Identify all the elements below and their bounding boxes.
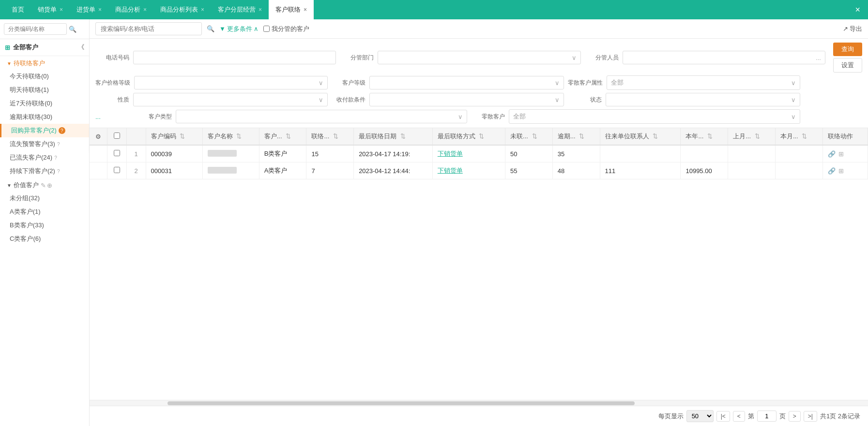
- thismonth-col-header[interactable]: 本月... ⇅: [775, 128, 822, 145]
- next-page-btn[interactable]: >: [789, 411, 801, 422]
- payment-select[interactable]: ∨: [369, 93, 564, 106]
- sidebar-item-tomorrow[interactable]: 明天待联络(1): [0, 83, 89, 97]
- more-fields-btn[interactable]: ...: [95, 113, 101, 120]
- row2-grid-icon[interactable]: ⊞: [838, 167, 844, 175]
- export-icon: ↗: [843, 25, 848, 32]
- row1-checkbox[interactable]: [107, 145, 126, 162]
- nav-customer-contact[interactable]: 客户联络 ×: [269, 0, 314, 19]
- my-customers-checkbox-label[interactable]: 我分管的客户: [263, 25, 309, 33]
- phone-input[interactable]: [133, 51, 336, 64]
- row1-grid-icon[interactable]: ⊞: [838, 150, 844, 158]
- manager-ellipsis: ...: [816, 54, 821, 61]
- close-purchase-tab[interactable]: ×: [98, 6, 102, 13]
- nature-select[interactable]: ∨: [133, 93, 328, 106]
- lastdate-col-header[interactable]: 最后联络日期 ⇅: [354, 128, 433, 145]
- row2-select-checkbox[interactable]: [114, 167, 120, 173]
- customer-grade-select[interactable]: ∨: [369, 76, 564, 89]
- customer-grade-chevron: ∨: [555, 79, 560, 87]
- dept-select[interactable]: ∨: [378, 51, 580, 64]
- lastmethod-col-header[interactable]: 最后联络方式 ⇅: [432, 128, 505, 145]
- close-sales-tab[interactable]: ×: [60, 6, 63, 13]
- nav-product-analysis[interactable]: 商品分析 ×: [108, 0, 153, 19]
- thisyear-col-header[interactable]: 本年... ⇅: [681, 128, 728, 145]
- row2-lastmethod-link[interactable]: 下销货单: [438, 167, 463, 174]
- nav-purchase[interactable]: 进货单 ×: [70, 0, 108, 19]
- row2-checkbox[interactable]: [107, 162, 126, 179]
- sidebar-item-overdue[interactable]: 逾期未联络(30): [0, 110, 89, 124]
- horizontal-scrollbar[interactable]: [90, 400, 868, 406]
- nav-customer-segment[interactable]: 客户分层经营 ×: [211, 0, 269, 19]
- close-product-analysis-tab[interactable]: ×: [143, 6, 147, 13]
- row1-code: 000039: [146, 145, 202, 162]
- sidebar-item-today[interactable]: 今天待联络(0): [0, 70, 89, 83]
- sidebar-item-repeat-abnormal[interactable]: 回购异常客户(2) ?: [0, 124, 89, 137]
- sidebar-item-class-c[interactable]: C类客户(6): [0, 232, 89, 246]
- row1-lastmethod-link[interactable]: 下销货单: [438, 150, 463, 157]
- value-group[interactable]: ▼ 价值客户 ✎ ⊕: [0, 178, 89, 191]
- pending-group[interactable]: ▼ 待联络客户: [0, 56, 89, 70]
- row1-select-checkbox[interactable]: [114, 150, 120, 156]
- page-input[interactable]: [757, 411, 777, 422]
- main-search-input[interactable]: [95, 22, 202, 35]
- value-group-add-icon[interactable]: ⊕: [47, 182, 52, 189]
- contacts-col-header[interactable]: 往来单位联系人 ⇅: [600, 128, 681, 145]
- nav-home[interactable]: 首页: [5, 0, 31, 19]
- close-product-analysis-list-tab[interactable]: ×: [201, 6, 204, 13]
- customer-type-select[interactable]: ∨: [176, 110, 467, 123]
- close-customer-contact-tab[interactable]: ×: [304, 6, 307, 13]
- row1-overdue: 35: [552, 145, 600, 162]
- sidebar-item-churn-warning[interactable]: 流失预警客户(3) ?: [0, 137, 89, 151]
- sidebar-search-input[interactable]: [4, 23, 67, 35]
- row1-link-icon[interactable]: 🔗: [828, 150, 836, 158]
- price-grade-select[interactable]: ∨: [134, 76, 328, 89]
- settings-col-header[interactable]: ⚙: [90, 128, 107, 145]
- sidebar-item-class-b[interactable]: B类客户(33): [0, 219, 89, 232]
- manager-input[interactable]: ...: [623, 51, 825, 64]
- code-col-header[interactable]: 客户编码 ⇅: [146, 128, 202, 145]
- sidebar-item-7days[interactable]: 近7天待联络(0): [0, 97, 89, 110]
- value-group-edit-icon[interactable]: ✎: [41, 182, 46, 189]
- export-btn[interactable]: ↗ 导出: [843, 25, 862, 33]
- uncontacted-col-header[interactable]: 未联... ⇅: [505, 128, 553, 145]
- more-conditions-btn[interactable]: ▼ 更多条件 ∧: [219, 25, 259, 33]
- sidebar-item-churned[interactable]: 已流失客户(24) ?: [0, 151, 89, 164]
- contact-col-header[interactable]: 联络... ⇅: [306, 128, 354, 145]
- pagination: 每页显示 50 20 100 |< < 第 页 > >| 共1页 2条记录: [90, 406, 868, 426]
- sidebar-item-declining[interactable]: 持续下滑客户(2) ?: [0, 164, 89, 178]
- close-all-tabs[interactable]: ×: [855, 5, 860, 15]
- checkbox-col-header[interactable]: [107, 128, 126, 145]
- close-customer-segment-tab[interactable]: ×: [259, 6, 262, 13]
- status-select[interactable]: ∨: [606, 93, 800, 106]
- collapse-icon[interactable]: 《: [78, 43, 84, 52]
- retail-customer-select[interactable]: 全部 ∨: [509, 109, 800, 124]
- sidebar-item-class-a[interactable]: A类客户(1): [0, 205, 89, 219]
- lastmonth-col-header[interactable]: 上月... ⇅: [728, 128, 776, 145]
- sidebar-search-icon[interactable]: 🔍: [69, 26, 76, 33]
- nav-sales[interactable]: 销货单 ×: [31, 0, 70, 19]
- row2-lastdate: 2023-04-12 14:44:: [354, 162, 433, 179]
- prev-page-btn[interactable]: <: [733, 411, 745, 422]
- per-page-select[interactable]: 50 20 100: [686, 410, 714, 422]
- main-search-icon[interactable]: 🔍: [207, 25, 214, 32]
- name-sort-icon: ⇅: [236, 132, 242, 140]
- row2-link-icon[interactable]: 🔗: [828, 167, 836, 175]
- payment-field: 收付款条件 ∨: [332, 93, 564, 106]
- last-page-btn[interactable]: >|: [804, 411, 817, 422]
- sidebar-item-unclassified[interactable]: 未分组(32): [0, 191, 89, 205]
- first-page-btn[interactable]: |<: [716, 411, 730, 422]
- row2-name-blur: [208, 167, 237, 174]
- retail-attr-select[interactable]: 全部 ∨: [607, 75, 800, 90]
- info-icon: ?: [59, 127, 65, 134]
- type-col-header[interactable]: 客户... ⇅: [259, 128, 306, 145]
- scrollbar-thumb[interactable]: [168, 401, 635, 405]
- name-col-header[interactable]: 客户名称 ⇅: [202, 128, 259, 145]
- row2-uncontacted: 55: [505, 162, 553, 179]
- nav-product-analysis-list[interactable]: 商品分析列表 ×: [153, 0, 211, 19]
- overdue-col-header[interactable]: 逾期... ⇅: [552, 128, 600, 145]
- settings-button[interactable]: 设置: [833, 58, 862, 73]
- my-customers-checkbox[interactable]: [263, 26, 270, 32]
- row1-action-icons: 🔗 ⊞: [828, 150, 863, 158]
- select-all-checkbox[interactable]: [114, 132, 120, 139]
- query-button[interactable]: 查询: [833, 43, 862, 56]
- row2-type: A类客户: [259, 162, 306, 179]
